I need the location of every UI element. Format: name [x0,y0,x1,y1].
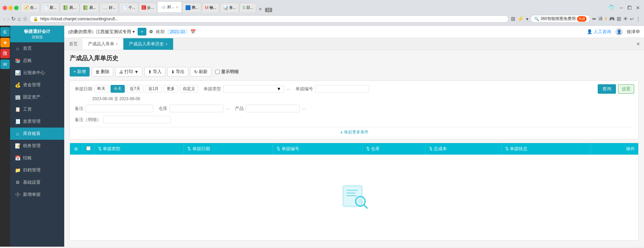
undo-icon[interactable]: ↩ [630,16,634,22]
company-selector[interactable]: (勿删勿禁用）江西服宝测试专用 ▾ [68,29,135,35]
date-btn-yesterday[interactable]: 昨天 [94,85,109,93]
bookmark-button[interactable]: ☆ [23,16,27,22]
th-type[interactable]: ⇅ 单据类型 [94,143,184,155]
print-btn[interactable]: 🖨 打印 ▼ [115,67,142,76]
browser-tab-7[interactable]: 🅲 企... [139,3,157,12]
th-status[interactable]: ⇅ 单据状态 [501,143,591,155]
translate-icon[interactable]: 译 [598,16,603,22]
calendar-icon[interactable]: 📅 [190,29,196,34]
browser-tab-8-active[interactable]: ☁️ 好... × [157,1,182,12]
icon-bar-item-logo[interactable]: C [0,27,10,37]
lightning-icon[interactable]: ⚡ [517,16,524,22]
sidebar-item-payroll[interactable]: 📋 工资 [10,103,64,115]
breadcrumb-home-tab[interactable]: 首页 [64,38,82,50]
close-window-btn[interactable] [3,6,7,10]
type-more-icon[interactable]: ··· [286,86,290,92]
date-btn-custom[interactable]: 自定义 [180,85,198,93]
browser-tab-9[interactable]: 🟦 腾... [182,3,201,12]
product-more-icon[interactable]: ··· [302,106,306,111]
add-company-btn[interactable]: + [138,28,146,36]
date-btn-today[interactable]: 今天 [111,85,125,93]
sidebar-item-newbill[interactable]: ➕ 新增单据 [10,188,64,201]
th-date[interactable]: ⇅ 单据日期 [184,143,273,155]
browser-tab-1[interactable]: 🧭 在... [21,3,40,12]
icon-bar-item-social[interactable]: 微 [0,49,10,58]
breadcrumb-tab-2[interactable]: 产成品入库单历史 × [123,38,173,50]
date-btn-more[interactable]: 更多 [164,85,178,93]
browser-search-bar[interactable]: 🔍 360智能抠图免费用 热搜 [530,15,590,23]
user-service-link[interactable]: 👤 人工咨询 [587,29,611,35]
sidebar-item-tax[interactable]: 📝 税务管理 [10,140,64,152]
browser-tab-6[interactable]: 📄 个... [119,3,138,12]
minimize-window-btn[interactable] [8,6,13,10]
currency-icon[interactable]: ¥ [605,16,607,21]
breadcrumb-tab-1[interactable]: 产成品入库单 × [82,38,123,50]
settings-button[interactable]: 设置 [618,84,634,94]
warehouse-more-icon[interactable]: ··· [225,106,230,111]
period-value[interactable]: 2021-10 [167,29,188,35]
delete-btn[interactable]: 🗑 删除 [92,67,113,76]
sidebar-item-home[interactable]: ⌂ 首页 [10,42,64,54]
close-btn[interactable]: ✕ [635,5,641,10]
breadcrumb-tab-2-close[interactable]: × [165,42,167,46]
collapse-btn[interactable]: ∧ 收起更多条件 [340,129,368,135]
date-btn-7days[interactable]: 近7天 [127,85,143,93]
th-number[interactable]: ⇅ 单据编号 [273,143,362,155]
topbar-settings-icon[interactable]: ⚙ [149,29,153,34]
select-all-checkbox[interactable] [86,146,91,151]
maximize-window-btn[interactable] [14,6,19,10]
export-btn[interactable]: ⬇ 导出 [167,67,188,76]
sidebar-item-fixed-assets[interactable]: 🏢 固定资产 [10,91,64,103]
sidebar-item-settings[interactable]: ⚙ 基础设置 [10,176,64,188]
remarks-detail-input[interactable] [103,116,171,123]
back-button[interactable]: ‹ [3,16,5,22]
browser-tab-5[interactable]: ☁️ 好... [99,3,119,12]
show-detail-checkbox[interactable] [215,70,220,74]
sidebar-item-ledger[interactable]: 📚 总账 [10,54,64,67]
address-bar[interactable]: 🔒 https://cloud.chanjet.com/accounting/u… [29,15,508,23]
sidebar-item-invoice[interactable]: 🧾 发票管理 [10,115,64,128]
home-nav-button[interactable]: ⌂ [18,16,21,22]
dropdown-nav-icon[interactable]: ▾ [526,16,528,22]
th-checkbox[interactable] [82,143,94,155]
restore-btn[interactable]: ⧠ [626,5,633,10]
new-btn[interactable]: + 新增 [70,67,90,76]
breadcrumb-tab-1-close[interactable]: × [116,42,118,46]
browser-tab-12[interactable]: S 目... [239,3,256,12]
grid-icon[interactable]: ⊞ [511,16,515,22]
show-detail-checkbox-wrapper[interactable]: 显示明细 [215,69,239,75]
query-button[interactable]: 查询 [598,84,616,94]
th-settings[interactable]: ⚙ [70,143,82,155]
type-dropdown[interactable]: ▼ [223,85,284,93]
tab-close-8[interactable]: × [176,5,178,9]
minimize-btn[interactable]: ─ [618,5,624,10]
import-btn[interactable]: ⬆ 导入 [144,67,165,76]
refresh-nav-button[interactable]: ↻ [11,16,16,22]
brightness-icon[interactable]: ☀ [623,16,628,22]
number-input[interactable] [315,85,369,93]
more-nav-icon[interactable]: ⋮ [636,16,641,22]
date-btn-1month[interactable]: 近1月 [145,85,162,93]
sidebar-item-fund[interactable]: 💰 资金管理 [10,79,64,91]
browser-tab-10[interactable]: M 畅... [202,3,219,12]
sidebar-item-archive[interactable]: 📁 归档管理 [10,164,64,176]
forward-button[interactable]: › [7,16,9,22]
th-warehouse[interactable]: ⇅ 仓库 [362,143,425,155]
new-tab-button[interactable]: + [257,6,264,12]
browser-tab-3[interactable]: 📗 易... [60,3,79,12]
browser-tab-2[interactable]: 📄 新... [40,3,59,12]
product-input[interactable] [246,105,300,112]
game-icon[interactable]: 🎮 [609,16,615,21]
sidebar-item-inventory[interactable]: ⌂ 库存核算 [10,128,64,140]
page-panel-close-btn[interactable]: × [636,40,640,47]
sidebar-item-closing[interactable]: 📅 结账 [10,152,64,164]
icon-bar-item-star[interactable]: ★ [0,38,10,47]
scissors-icon[interactable]: ✂ [592,16,596,22]
refresh-data-btn[interactable]: ↻ 刷新 [190,67,211,76]
sidebar-item-cloud-report[interactable]: 📊 云报表中心 [10,67,64,79]
browser-tab-11[interactable]: 📊 各... [220,3,239,12]
apps-icon[interactable]: ⊞ [617,16,621,22]
warehouse-input[interactable] [169,105,223,112]
browser-tab-4[interactable]: 📗 易... [80,3,99,12]
icon-bar-item-mail[interactable]: ✉ [0,60,10,69]
